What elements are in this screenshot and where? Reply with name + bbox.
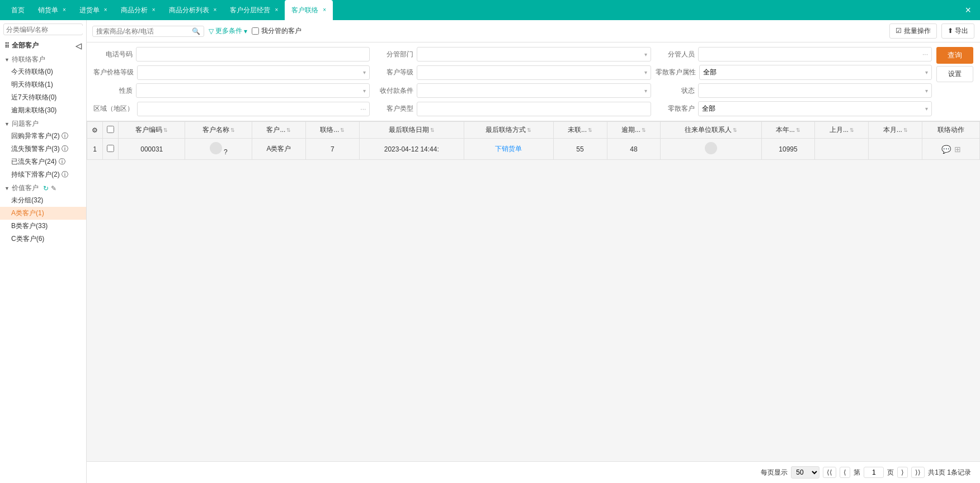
filter-region: 区域（地区） ··· [93, 102, 370, 116]
nav-product-analysis-list[interactable]: 商品分析列表 × [162, 0, 224, 20]
price-level-select[interactable]: ▾ [137, 65, 370, 80]
edit-icon[interactable]: ✎ [51, 184, 56, 192]
sidebar-group-value-customers[interactable]: ▼ 价值客户 ↻ ✎ [0, 181, 86, 194]
sidebar-item-overdue-contact[interactable]: 逾期未联络(30) [0, 104, 86, 117]
prev-page-button[interactable]: ⟨ [840, 467, 850, 478]
close-customer-segment-icon[interactable]: × [275, 0, 278, 20]
close-customer-contact-icon[interactable]: × [323, 0, 326, 20]
sidebar-group-problem-customers[interactable]: ▼ 问题客户 [0, 117, 86, 130]
sidebar-group-pending-contact[interactable]: ▼ 待联络客户 [0, 53, 86, 65]
col-settings[interactable]: ⚙ [87, 122, 103, 139]
sidebar-item-class-b[interactable]: B类客户(33) [0, 220, 86, 233]
sidebar-item-tomorrow-contact[interactable]: 明天待联络(1) [0, 78, 86, 91]
filter-row-2: 客户价格等级 ▾ 客户等级 ▾ 零散客户属性 [93, 65, 932, 80]
col-not-contacted[interactable]: 未联... ⇅ [553, 122, 607, 139]
sort-icon-name: ⇅ [230, 127, 235, 133]
dept-label: 分管部门 [374, 50, 413, 59]
global-close-button[interactable]: × [960, 4, 976, 16]
retail-customer-label: 零散客户 [656, 104, 695, 113]
retail-attr-select[interactable]: 全部▾ [699, 65, 932, 80]
nav-purchase-order[interactable]: 进货单 × [73, 0, 114, 20]
export-button[interactable]: ⬆ 导出 [941, 23, 974, 39]
more-conditions-button[interactable]: ▽ 更多条件 ▾ [209, 26, 247, 36]
col-this-month[interactable]: 本月... ⇅ [869, 122, 922, 139]
col-customer-cat[interactable]: 客户... ⇅ [252, 122, 305, 139]
col-customer-code[interactable]: 客户编码 ⇅ [119, 122, 185, 139]
sidebar-item-unclassified[interactable]: 未分组(32) [0, 194, 86, 207]
customer-level-select[interactable]: ▾ [417, 65, 651, 80]
select-all-checkbox[interactable] [107, 126, 114, 133]
setting-button[interactable]: 设置 [936, 66, 973, 82]
sidebar-item-class-c[interactable]: C类客户(6) [0, 233, 86, 245]
col-customer-name[interactable]: 客户名称 ⇅ [185, 122, 252, 139]
dept-select[interactable]: ▾ [417, 47, 651, 61]
content-area: 🔍 ▽ 更多条件 ▾ 我分管的客户 ☑ 批量操作 ⬆ 导出 [87, 20, 980, 483]
next-page-button[interactable]: ⟩ [897, 467, 908, 478]
nav-product-analysis[interactable]: 商品分析 × [114, 0, 162, 20]
close-purchase-order-icon[interactable]: × [104, 0, 107, 20]
col-last-contact-date[interactable]: 最后联络日期 ⇅ [359, 122, 464, 139]
my-customers-checkbox[interactable]: 我分管的客户 [252, 26, 301, 36]
nature-select[interactable]: ▾ [136, 83, 370, 98]
my-customers-checkbox-input[interactable] [252, 27, 259, 35]
sidebar-item-today-contact[interactable]: 今天待联络(0) [0, 65, 86, 78]
row-code: 000031 [119, 139, 185, 160]
col-last-contact-method[interactable]: 最后联络方式 ⇅ [464, 122, 553, 139]
last-page-button[interactable]: ⟩⟩ [911, 467, 925, 478]
col-last-month[interactable]: 上月... ⇅ [815, 122, 869, 139]
row-last-contact-method[interactable]: 下销货单 [464, 139, 553, 160]
sidebar-item-churn-warning[interactable]: 流失预警客户(3) ⓘ [0, 143, 86, 155]
retail-customer-select[interactable]: 全部▾ [698, 101, 932, 116]
triangle-down-icon: ▼ [4, 57, 10, 63]
nav-sales-order[interactable]: 销货单 × [31, 0, 73, 20]
first-page-button[interactable]: ⟨⟨ [823, 467, 836, 478]
phone-input[interactable] [136, 47, 370, 61]
filter-customer-level: 客户等级 ▾ [374, 65, 651, 80]
row-select-checkbox[interactable] [107, 145, 114, 152]
sidebar-collapse-icon[interactable]: ◁ [76, 41, 82, 50]
region-input[interactable]: ··· [137, 102, 370, 116]
row-not-contacted: 55 [553, 139, 607, 160]
page-input[interactable] [864, 467, 884, 478]
filter-retail-customer: 零散客户 全部▾ [656, 101, 932, 116]
status-select[interactable]: ▾ [698, 83, 932, 98]
col-this-year[interactable]: 本年... ⇅ [761, 122, 815, 139]
refresh-icon[interactable]: ↻ [43, 184, 49, 192]
col-overdue[interactable]: 逾期... ⇅ [607, 122, 661, 139]
price-level-label: 客户价格等级 [93, 68, 134, 77]
sidebar-search-input[interactable] [6, 26, 87, 34]
sidebar-item-declining[interactable]: 持续下滑客户(2) ⓘ [0, 168, 86, 181]
sort-icon-not-contacted: ⇅ [588, 127, 592, 133]
nav-home[interactable]: 首页 [4, 0, 31, 20]
col-contact-count[interactable]: 联络... ⇅ [305, 122, 359, 139]
manager-input[interactable]: ··· [698, 47, 932, 61]
sidebar-item-class-a[interactable]: A类客户(1) [0, 207, 86, 220]
query-button[interactable]: 查询 [936, 47, 973, 64]
close-product-analysis-list-icon[interactable]: × [214, 0, 217, 20]
col-checkbox[interactable] [103, 122, 119, 139]
sidebar-search-box[interactable]: 🔍 [3, 23, 83, 35]
row-index: 1 [87, 139, 103, 160]
col-contacts[interactable]: 往来单位联系人 ⇅ [661, 122, 761, 139]
payment-label: 收付款条件 [374, 86, 413, 96]
nav-customer-contact[interactable]: 客户联络 × [285, 0, 333, 20]
filter-search-icon: 🔍 [192, 27, 200, 35]
triangle-down-icon-3: ▼ [4, 186, 10, 191]
payment-select[interactable]: ▾ [417, 83, 651, 98]
per-page-select[interactable]: 50 10 20 100 [791, 466, 819, 479]
filter-search-input[interactable] [96, 27, 192, 35]
message-action-icon[interactable]: 💬 [941, 145, 951, 154]
table-scroll-container[interactable]: ⚙ 客户编码 ⇅ 客户名称 [87, 121, 980, 461]
row-checkbox[interactable] [103, 139, 119, 160]
sidebar-item-repurchase-abnormal[interactable]: 回购异常客户(2) ⓘ [0, 130, 86, 143]
customer-type-input[interactable] [417, 102, 651, 116]
nav-customer-segment[interactable]: 客户分层经营 × [223, 0, 285, 20]
close-sales-order-icon[interactable]: × [63, 0, 66, 20]
close-product-analysis-icon[interactable]: × [152, 0, 156, 20]
sidebar-item-churned[interactable]: 已流失客户(24) ⓘ [0, 155, 86, 168]
qr-action-icon[interactable]: ⊞ [954, 145, 961, 154]
sidebar-item-7days-contact[interactable]: 近7天待联络(0) [0, 91, 86, 104]
filter-payment: 收付款条件 ▾ [374, 83, 651, 98]
filter-search-box[interactable]: 🔍 [92, 26, 204, 37]
batch-operation-button[interactable]: ☑ 批量操作 [889, 23, 936, 39]
